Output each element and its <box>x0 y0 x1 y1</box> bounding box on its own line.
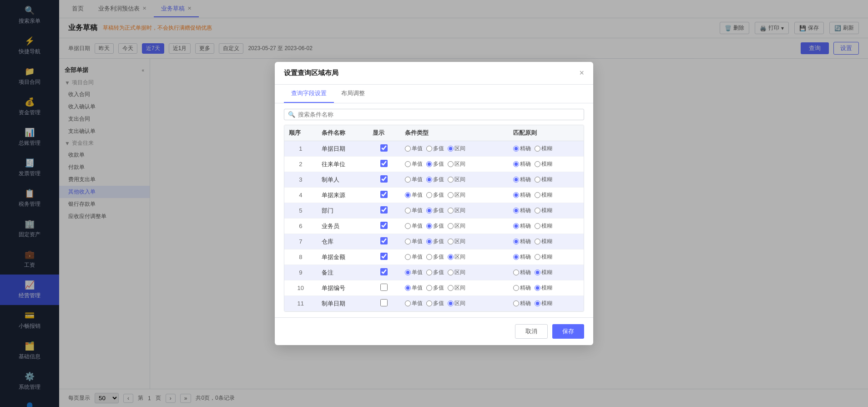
match-fuzzy-9[interactable] <box>535 285 540 291</box>
cond-single-5[interactable] <box>405 223 411 229</box>
cond-multi-6[interactable] <box>426 239 432 244</box>
match-fuzzy-1[interactable] <box>535 161 540 167</box>
cond-range-3[interactable] <box>448 192 454 198</box>
cond-range-8[interactable] <box>448 270 454 275</box>
show-checkbox-5[interactable] <box>380 222 388 229</box>
cond-range-2[interactable] <box>448 177 454 183</box>
match-fuzzy-10[interactable] <box>535 300 540 306</box>
row-cond-type-5: 单值 多值 区间 <box>400 219 509 234</box>
cond-multi-4[interactable] <box>426 208 432 214</box>
cond-range-10[interactable] <box>448 300 454 306</box>
table-row: 6业务员 单值 多值 区间 精确 模糊 <box>284 219 584 234</box>
show-checkbox-0[interactable] <box>380 144 388 152</box>
th-order: 顺序 <box>284 125 317 141</box>
match-exact-2[interactable] <box>513 177 519 183</box>
table-row: 2往来单位 单值 多值 区间 精确 模糊 <box>284 157 584 172</box>
row-name-9: 单据编号 <box>317 280 368 296</box>
cond-range-6[interactable] <box>448 239 454 244</box>
cond-multi-10[interactable] <box>426 300 432 306</box>
row-show-4 <box>368 203 401 219</box>
row-order-1: 2 <box>284 157 317 172</box>
modal-tab-query-fields[interactable]: 查询字段设置 <box>284 85 334 103</box>
cond-multi-0[interactable] <box>426 146 432 152</box>
cond-single-3[interactable] <box>405 192 411 198</box>
show-checkbox-10[interactable] <box>380 299 388 306</box>
match-exact-0[interactable] <box>513 146 519 152</box>
cond-range-0[interactable] <box>448 146 454 152</box>
cond-single-7[interactable] <box>405 254 411 260</box>
match-exact-9[interactable] <box>513 285 519 291</box>
modal-body: 🔍 顺序 条件名称 显示 条件类型 匹配原则 <box>275 103 593 317</box>
cond-single-4[interactable] <box>405 208 411 214</box>
row-name-5: 业务员 <box>317 219 368 234</box>
row-order-0: 1 <box>284 141 317 157</box>
modal-search-bar: 🔍 <box>284 109 584 120</box>
match-fuzzy-4[interactable] <box>535 208 540 214</box>
match-exact-3[interactable] <box>513 192 519 198</box>
cond-multi-1[interactable] <box>426 161 432 167</box>
match-fuzzy-5[interactable] <box>535 223 540 229</box>
cond-single-6[interactable] <box>405 239 411 244</box>
cond-range-4[interactable] <box>448 208 454 214</box>
cond-range-5[interactable] <box>448 223 454 229</box>
show-checkbox-6[interactable] <box>380 237 388 244</box>
modal-footer: 取消 保存 <box>275 317 593 345</box>
row-order-7: 8 <box>284 249 317 265</box>
cond-multi-7[interactable] <box>426 254 432 260</box>
table-row: 10单据编号 单值 多值 区间 精确 模糊 <box>284 280 584 296</box>
show-checkbox-7[interactable] <box>380 253 388 260</box>
cond-multi-2[interactable] <box>426 177 432 183</box>
cond-multi-5[interactable] <box>426 223 432 229</box>
row-name-8: 备注 <box>317 265 368 280</box>
match-fuzzy-7[interactable] <box>535 254 540 260</box>
row-match-7: 精确 模糊 <box>509 249 584 265</box>
match-exact-1[interactable] <box>513 161 519 167</box>
match-exact-4[interactable] <box>513 208 519 214</box>
match-exact-6[interactable] <box>513 239 519 244</box>
match-exact-10[interactable] <box>513 300 519 306</box>
row-match-8: 精确 模糊 <box>509 265 584 280</box>
cond-multi-9[interactable] <box>426 285 432 291</box>
match-exact-5[interactable] <box>513 223 519 229</box>
show-checkbox-9[interactable] <box>380 284 388 291</box>
cancel-button[interactable]: 取消 <box>515 324 548 339</box>
row-order-6: 7 <box>284 234 317 249</box>
match-fuzzy-6[interactable] <box>535 239 540 244</box>
row-name-0: 单据日期 <box>317 141 368 157</box>
match-fuzzy-3[interactable] <box>535 192 540 198</box>
show-checkbox-3[interactable] <box>380 191 388 198</box>
cond-single-2[interactable] <box>405 177 411 183</box>
modal-tab-layout[interactable]: 布局调整 <box>334 85 372 103</box>
cond-single-1[interactable] <box>405 161 411 167</box>
show-checkbox-4[interactable] <box>380 206 388 214</box>
cond-single-0[interactable] <box>405 146 411 152</box>
row-cond-type-2: 单值 多值 区间 <box>400 172 509 188</box>
row-name-10: 制单日期 <box>317 296 368 311</box>
row-show-8 <box>368 265 401 280</box>
cond-single-8[interactable] <box>405 270 411 275</box>
modal-header: 设置查询区域布局 × <box>275 62 593 85</box>
modal-search-input[interactable] <box>298 111 580 118</box>
modal-close-button[interactable]: × <box>579 68 584 78</box>
match-fuzzy-0[interactable] <box>535 146 540 152</box>
row-show-10 <box>368 296 401 311</box>
modal-title: 设置查询区域布局 <box>284 69 338 77</box>
match-fuzzy-8[interactable] <box>535 270 540 275</box>
show-checkbox-1[interactable] <box>380 160 388 167</box>
cond-multi-8[interactable] <box>426 270 432 275</box>
cond-range-9[interactable] <box>448 285 454 291</box>
row-cond-type-6: 单值 多值 区间 <box>400 234 509 249</box>
cond-multi-3[interactable] <box>426 192 432 198</box>
cond-range-7[interactable] <box>448 254 454 260</box>
show-checkbox-8[interactable] <box>380 268 388 275</box>
match-exact-8[interactable] <box>513 270 519 275</box>
modal-save-button[interactable]: 保存 <box>552 324 584 339</box>
match-fuzzy-2[interactable] <box>535 177 540 183</box>
cond-range-1[interactable] <box>448 161 454 167</box>
cond-single-10[interactable] <box>405 300 411 306</box>
row-match-5: 精确 模糊 <box>509 219 584 234</box>
show-checkbox-2[interactable] <box>380 175 388 183</box>
table-row: 3制单人 单值 多值 区间 精确 模糊 <box>284 172 584 188</box>
match-exact-7[interactable] <box>513 254 519 260</box>
cond-single-9[interactable] <box>405 285 411 291</box>
